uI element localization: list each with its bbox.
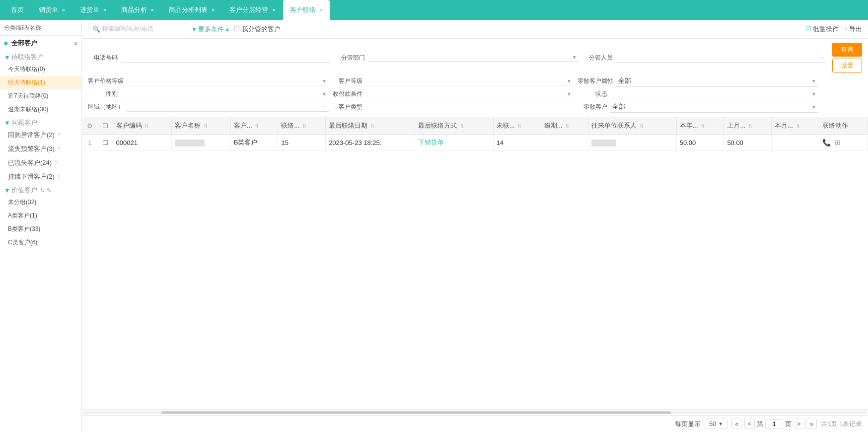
sidebar-group-all[interactable]: ■ 全部客户 « bbox=[0, 36, 81, 51]
nav-close-customer-contact[interactable]: × bbox=[320, 7, 323, 13]
col-type[interactable]: 客户... ⇅ bbox=[230, 117, 278, 135]
adv-customer-level-select[interactable]: ▼ bbox=[365, 77, 574, 85]
page-prev-btn[interactable]: < bbox=[744, 419, 755, 429]
filter-search-box[interactable]: 🔍 搜索编码/名称/电话 bbox=[88, 23, 187, 35]
adv-dept-select[interactable]: ▼ bbox=[368, 54, 579, 62]
filter-my-customers[interactable]: ☐ 我分管的客户 bbox=[234, 25, 281, 34]
adv-gender-select[interactable]: ▼ bbox=[121, 90, 329, 98]
col-unit-contact-sort: ⇅ bbox=[640, 123, 644, 129]
col-code[interactable]: 客户编码 ⇅ bbox=[113, 117, 172, 135]
col-name[interactable]: 客户名称 ⇅ bbox=[172, 117, 231, 135]
adv-retail-customer-select[interactable]: 全部▼ bbox=[610, 101, 818, 113]
adv-payment-select[interactable]: ▼ bbox=[365, 90, 574, 98]
col-contacts-sort: ⇅ bbox=[302, 123, 306, 129]
col-gear[interactable]: ⚙ bbox=[82, 117, 98, 135]
action-grid-icon[interactable]: ⊞ bbox=[835, 139, 841, 146]
adv-retail-attr-select[interactable]: 全部▼ bbox=[616, 75, 818, 87]
sidebar-item-classB[interactable]: B类客户(33) bbox=[0, 222, 81, 236]
col-not-contacted-sort: ⇅ bbox=[517, 123, 521, 129]
nav-customer-segment[interactable]: 客户分层经营 × bbox=[222, 0, 282, 20]
set-btn[interactable]: 设置 bbox=[832, 59, 862, 72]
sidebar-item-churn-warning[interactable]: 流失预警客户(3) ? bbox=[0, 142, 81, 156]
adv-customer-level-label: 客户等级 bbox=[333, 77, 362, 85]
header-checkbox[interactable]: ☐ bbox=[102, 122, 108, 130]
sidebar-item-ungrouped[interactable]: 未分组(32) bbox=[0, 196, 81, 209]
adv-field-retail-customer: 零散客户 全部▼ bbox=[578, 101, 818, 113]
col-not-contacted[interactable]: 未联... ⇅ bbox=[493, 117, 541, 135]
nav-analysis-list[interactable]: 商品分析列表 × bbox=[162, 0, 221, 20]
sidebar-item-declining[interactable]: 持续下滑客户(2) ? bbox=[0, 170, 81, 184]
horizontal-scrollbar[interactable] bbox=[82, 409, 868, 415]
sidebar-item-churned[interactable]: 已流失客户(24) ? bbox=[0, 156, 81, 170]
adv-person-select[interactable]: ··· bbox=[616, 53, 826, 63]
filter-bar: 🔍 搜索编码/名称/电话 ▼ 更多条件 ▲ ☐ 我分管的客户 ☑ 批量操作 ↑ … bbox=[82, 20, 868, 39]
col-last-month[interactable]: 上月... ⇅ bbox=[724, 117, 772, 135]
col-last-way-sort: ⇅ bbox=[460, 123, 464, 129]
page-last-btn[interactable]: » bbox=[806, 419, 817, 429]
col-this-year-label: 本年... bbox=[680, 122, 698, 129]
action-phone-icon[interactable]: 📞 bbox=[822, 139, 831, 146]
gear-icon[interactable]: ⚙ bbox=[87, 122, 93, 130]
adv-row-1: 电话号码 分管部门 ▼ 分管人员 ··· 查询 设置 bbox=[88, 43, 862, 72]
adv-customer-type-select[interactable] bbox=[365, 106, 574, 108]
col-overdue[interactable]: 逾期... ⇅ bbox=[541, 117, 588, 135]
adv-field-price-level: 客户价格等级 ▼ bbox=[88, 77, 329, 85]
sidebar-item-classA[interactable]: A类客户(1) bbox=[0, 209, 81, 222]
cell-last-way[interactable]: 下销货单 bbox=[415, 135, 494, 151]
nav-close-analysis-list[interactable]: × bbox=[212, 7, 215, 13]
nav-close-analysis[interactable]: × bbox=[151, 7, 154, 13]
col-last-date[interactable]: 最后联络日期 ⇅ bbox=[326, 117, 415, 135]
col-last-way[interactable]: 最后联络方式 ⇅ bbox=[415, 117, 494, 135]
cell-checkbox[interactable]: ☐ bbox=[98, 135, 113, 151]
query-btn[interactable]: 查询 bbox=[832, 43, 862, 57]
adv-phone-input[interactable] bbox=[121, 53, 331, 63]
cell-contacts: 15 bbox=[278, 135, 326, 151]
adv-field-gender: 性别 ▼ bbox=[88, 90, 329, 98]
sidebar-collapse-icon[interactable]: « bbox=[74, 40, 77, 47]
nav-purchase[interactable]: 进货单 × bbox=[73, 0, 113, 20]
adv-price-level-select[interactable]: ▼ bbox=[127, 77, 329, 85]
cell-type: B类客户 bbox=[230, 135, 278, 151]
adv-area-select[interactable]: ··· bbox=[127, 102, 329, 112]
nav-analysis[interactable]: 商品分析 × bbox=[114, 0, 161, 20]
scrollbar-thumb[interactable] bbox=[161, 411, 671, 414]
adv-retail-customer-label: 零散客户 bbox=[578, 103, 607, 111]
col-contacts-label: 联络... bbox=[281, 122, 299, 129]
batch-operation-btn[interactable]: ☑ 批量操作 bbox=[805, 25, 839, 34]
nav-close-purchase[interactable]: × bbox=[103, 7, 106, 13]
col-last-date-label: 最后联络日期 bbox=[329, 122, 367, 129]
last-way-link[interactable]: 下销货单 bbox=[418, 139, 444, 146]
col-unit-contact[interactable]: 往来单位联系人 ⇅ bbox=[588, 117, 676, 135]
col-contacts[interactable]: 联络... ⇅ bbox=[278, 117, 326, 135]
sidebar-item-abnormal[interactable]: 回购异常客户(2) ? bbox=[0, 128, 81, 142]
page-input[interactable] bbox=[765, 419, 783, 429]
sidebar-item-tomorrow[interactable]: 明天待联络(1) bbox=[0, 76, 81, 89]
nav-close-customer-segment[interactable]: × bbox=[272, 7, 275, 13]
adv-payment-label: 收付款条件 bbox=[333, 90, 362, 98]
page-next-btn[interactable]: > bbox=[794, 419, 804, 429]
adv-field-person: 分管人员 ··· bbox=[583, 53, 826, 63]
col-this-year[interactable]: 本年... ⇅ bbox=[676, 117, 724, 135]
sidebar-search-input[interactable] bbox=[4, 24, 78, 31]
nav-customer-contact[interactable]: 客户联络 × bbox=[283, 0, 330, 20]
export-btn[interactable]: ↑ 导出 bbox=[845, 25, 863, 34]
adv-status-select[interactable]: ▼ bbox=[610, 90, 818, 98]
nav-sales[interactable]: 销货单 × bbox=[32, 0, 72, 20]
row-checkbox[interactable]: ☐ bbox=[102, 139, 108, 146]
sidebar-item-7days[interactable]: 近7天待联络(0) bbox=[0, 89, 81, 103]
adv-dept-label: 分管部门 bbox=[335, 54, 365, 62]
cell-action: 📞 ⊞ bbox=[819, 135, 868, 151]
adv-row-2: 客户价格等级 ▼ 客户等级 ▼ 零散客户属性 全部▼ bbox=[88, 75, 862, 87]
nav-home[interactable]: 首页 bbox=[4, 0, 31, 20]
sidebar-item-classC[interactable]: C类客户(6) bbox=[0, 236, 81, 249]
col-this-month[interactable]: 本月... ⇅ bbox=[772, 117, 819, 135]
nav-close-sales[interactable]: × bbox=[62, 7, 65, 13]
sidebar-item-today[interactable]: 今天待联络(0) bbox=[0, 63, 81, 76]
sidebar-item-overdue[interactable]: 逾期未联络(30) bbox=[0, 103, 81, 116]
col-checkbox[interactable]: ☐ bbox=[98, 117, 113, 135]
per-page-value: 50 bbox=[709, 420, 716, 428]
sidebar-search-bar: 🔍 bbox=[0, 20, 81, 36]
per-page-select[interactable]: 50 ▼ bbox=[705, 419, 727, 429]
page-first-btn[interactable]: « bbox=[731, 419, 742, 429]
filter-more-btn[interactable]: ▼ 更多条件 ▲ bbox=[191, 25, 230, 34]
